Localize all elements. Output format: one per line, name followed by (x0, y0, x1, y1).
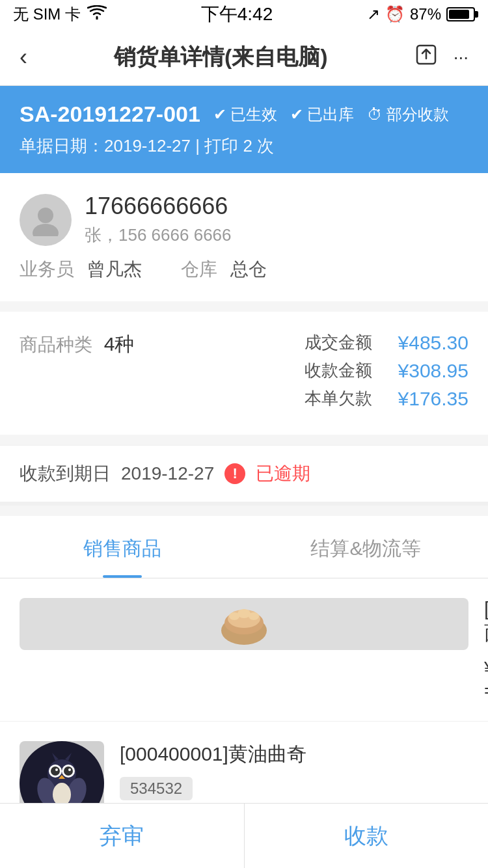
back-button[interactable]: ‹ (20, 44, 27, 71)
tab-products[interactable]: 销售商品 (0, 516, 244, 578)
nav-actions: ··· (414, 43, 468, 71)
wifi-icon (87, 5, 107, 23)
product-price: ¥40 x 5袋 = ¥199.99 (484, 656, 488, 701)
svg-point-16 (55, 768, 58, 771)
status-right: ↗ ⏰ 87% (367, 5, 475, 23)
summary-section: 商品种类 4种 成交金额 ¥485.30 收款金额 ¥308.95 本单欠款 ¥… (0, 312, 488, 435)
location-icon: ↗ (367, 5, 380, 23)
svg-point-17 (68, 768, 71, 771)
salesperson-label: 业务员 (20, 259, 74, 279)
customer-details: 业务员 曾凡杰 仓库 总仓 (20, 257, 468, 282)
category-info: 商品种类 4种 (20, 331, 134, 358)
amount-label: 成交金额 (305, 331, 372, 354)
price-base: ¥40 (484, 658, 488, 678)
due-section: 收款到期日 2019-12-27 ! 已逾期 (0, 445, 488, 506)
category-label: 商品种类 (20, 334, 92, 355)
due-label: 收款到期日 (20, 461, 111, 486)
amount-info: 成交金额 ¥485.30 收款金额 ¥308.95 本单欠款 ¥176.35 (305, 331, 468, 415)
more-button[interactable]: ··· (454, 47, 468, 68)
alarm-icon: ⏰ (385, 5, 405, 23)
status-bar: 无 SIM 卡 下午4:42 ↗ ⏰ 87% (0, 0, 488, 29)
category-value: 4种 (104, 333, 135, 355)
svg-point-15 (64, 766, 73, 776)
outstanding-label: 本单欠款 (305, 387, 372, 410)
product-item: [0000002]面包 ¥40 x 5袋 = ¥199.99 (0, 578, 488, 722)
battery-percent: 87% (410, 5, 441, 23)
status-time: 下午4:42 (201, 2, 273, 27)
check-icon-1: ✔ (213, 105, 226, 124)
clock-icon: ⏱ (367, 105, 383, 124)
page-title: 销货单详情(来自电脑) (114, 42, 328, 72)
amount-value: ¥485.30 (398, 332, 468, 354)
order-header: SA-20191227-001 ✔ 已生效 ✔ 已出库 ⏱ 部分收款 单据日期：… (0, 86, 488, 173)
avatar (20, 194, 72, 246)
share-button[interactable] (414, 43, 438, 71)
overdue-icon: ! (224, 463, 245, 484)
order-date: 单据日期：2019-12-27 | 打印 2 次 (20, 135, 468, 157)
warehouse-value: 总仓 (230, 259, 267, 279)
tabs-section: 销售商品 结算&物流等 (0, 516, 488, 578)
received-label: 收款金额 (305, 359, 372, 382)
product-info-bread: [0000002]面包 ¥40 x 5袋 = ¥199.99 (484, 598, 488, 701)
salesperson-value: 曾凡杰 (87, 259, 142, 279)
status-effective: ✔ 已生效 (213, 104, 277, 125)
svg-point-14 (51, 766, 60, 776)
product-sku: 534532 (120, 777, 193, 800)
svg-point-7 (237, 609, 251, 618)
status-shipped: ✔ 已出库 (290, 104, 354, 125)
received-value: ¥308.95 (398, 360, 468, 382)
battery-icon (446, 7, 475, 21)
customer-section: 17666666666 张，156 6666 6666 业务员 曾凡杰 仓库 总… (0, 173, 488, 301)
product-image-bread (20, 598, 468, 650)
svg-point-1 (38, 208, 53, 223)
tab-settlement[interactable]: 结算&物流等 (244, 516, 488, 578)
status-left: 无 SIM 卡 (13, 4, 107, 25)
outstanding-value: ¥176.35 (398, 388, 468, 410)
warehouse-label: 仓库 (181, 259, 217, 279)
bottom-bar: 弃审 收款 (0, 803, 488, 868)
svg-point-2 (33, 224, 59, 236)
svg-point-8 (249, 612, 259, 620)
check-icon-2: ✔ (290, 105, 303, 124)
order-id: SA-20191227-001 (20, 102, 200, 127)
carrier-text: 无 SIM 卡 (13, 4, 81, 25)
customer-name: 张，156 6666 6666 (85, 224, 232, 247)
status-partial: ⏱ 部分收款 (367, 104, 449, 125)
nav-bar: ‹ 销货单详情(来自电脑) ··· (0, 29, 488, 86)
product-name: [000400001]黄油曲奇 (120, 741, 468, 768)
overdue-text: 已逾期 (256, 461, 310, 486)
cancel-review-button[interactable]: 弃审 (0, 804, 245, 868)
payment-button[interactable]: 收款 (245, 804, 489, 868)
customer-phone: 17666666666 (85, 193, 232, 220)
product-name: [0000002]面包 (484, 598, 488, 647)
due-date: 2019-12-27 (121, 463, 214, 484)
